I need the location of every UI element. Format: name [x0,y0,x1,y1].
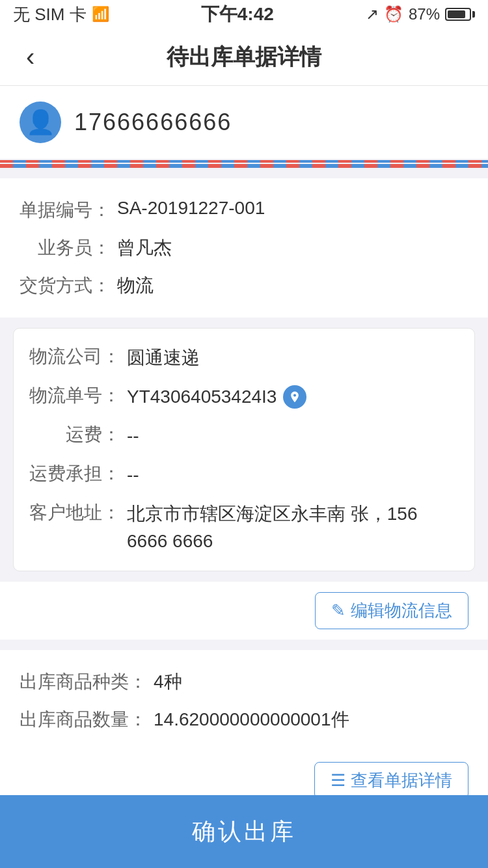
address-value: 北京市市辖区海淀区永丰南 张，156 6666 6666 [127,500,459,555]
edit-logistics-label: 编辑物流信息 [351,599,452,622]
delivery-method-label: 交货方式： [20,273,111,298]
goods-section: 出库商品种类： 4种 出库商品数量： 14.620000000000001件 [0,650,488,752]
confirm-outbound-button[interactable]: 确认出库 [192,816,296,848]
goods-quantity-label: 出库商品数量： [20,707,147,732]
tracking-label: 物流单号： [29,383,120,408]
bottom-btn-bar: 确认出库 [0,795,488,868]
goods-types-row: 出库商品种类： 4种 [20,670,468,694]
order-info-section: 单据编号： SA-20191227-001 业务员： 曾凡杰 交货方式： 物流 [0,178,488,318]
salesperson-value: 曾凡杰 [117,236,468,260]
wifi-icon: 📶 [92,6,109,23]
goods-types-value: 4种 [154,670,182,694]
tracking-row: 物流单号： YT43064053424I3 [29,383,459,411]
location-status-icon: ↗ [366,5,379,23]
dashed-divider [0,159,488,164]
status-left: 无 SIM 卡 📶 [13,3,109,26]
battery-indicator [445,8,475,21]
avatar: 👤 [20,102,61,143]
freight-label: 运费： [29,422,120,447]
logistics-company-label: 物流公司： [29,344,120,369]
order-number-label: 单据编号： [20,198,111,223]
edit-logistics-btn-row: ✎ 编辑物流信息 [0,582,488,640]
spacer1 [0,168,488,178]
nav-bar: ‹ 待出库单据详情 [0,29,488,86]
main-content: 👤 17666666666 单据编号： SA-20191227-001 业务员：… [0,86,488,868]
order-number-value: SA-20191227-001 [117,198,468,219]
status-bar: 无 SIM 卡 📶 下午4:42 ↗ ⏰ 87% [0,0,488,29]
delivery-method-value: 物流 [117,273,468,298]
avatar-icon: 👤 [26,109,55,136]
view-details-label: 查看单据详情 [351,769,452,792]
freight-bearer-row: 运费承担： -- [29,461,459,489]
tracking-number: YT43064053424I3 [127,383,277,411]
logistics-company-row: 物流公司： 圆通速递 [29,344,459,372]
edit-icon: ✎ [331,601,346,621]
salesperson-label: 业务员： [20,236,111,260]
customer-section: 👤 17666666666 [0,86,488,159]
goods-types-label: 出库商品种类： [20,670,147,694]
goods-quantity-row: 出库商品数量： 14.620000000000001件 [20,707,468,732]
status-time: 下午4:42 [201,2,274,27]
logistics-company-value: 圆通速递 [127,344,459,372]
customer-phone: 17666666666 [74,109,232,136]
goods-quantity-value: 14.620000000000001件 [154,707,349,732]
address-row: 客户地址： 北京市市辖区海淀区永丰南 张，156 6666 6666 [29,500,459,555]
carrier-label: 无 SIM 卡 [13,3,87,26]
alarm-icon: ⏰ [384,5,403,23]
battery-label: 87% [409,5,440,23]
tracking-container: YT43064053424I3 [127,383,459,411]
page-title: 待出库单据详情 [167,42,321,72]
status-right: ↗ ⏰ 87% [366,5,475,23]
freight-row: 运费： -- [29,422,459,450]
edit-logistics-button[interactable]: ✎ 编辑物流信息 [315,592,468,629]
order-number-row: 单据编号： SA-20191227-001 [20,198,468,223]
logistics-card: 物流公司： 圆通速递 物流单号： YT43064053424I3 运费： -- … [13,328,475,571]
freight-bearer-value: -- [127,461,459,489]
freight-value: -- [127,422,459,450]
address-label: 客户地址： [29,500,120,525]
location-icon[interactable] [283,385,306,409]
section-divider [0,640,488,650]
delivery-method-row: 交货方式： 物流 [20,273,468,298]
back-button[interactable]: ‹ [20,36,41,78]
list-icon: ☰ [331,770,346,791]
salesperson-row: 业务员： 曾凡杰 [20,236,468,260]
view-details-button[interactable]: ☰ 查看单据详情 [314,762,468,799]
freight-bearer-label: 运费承担： [29,461,120,486]
